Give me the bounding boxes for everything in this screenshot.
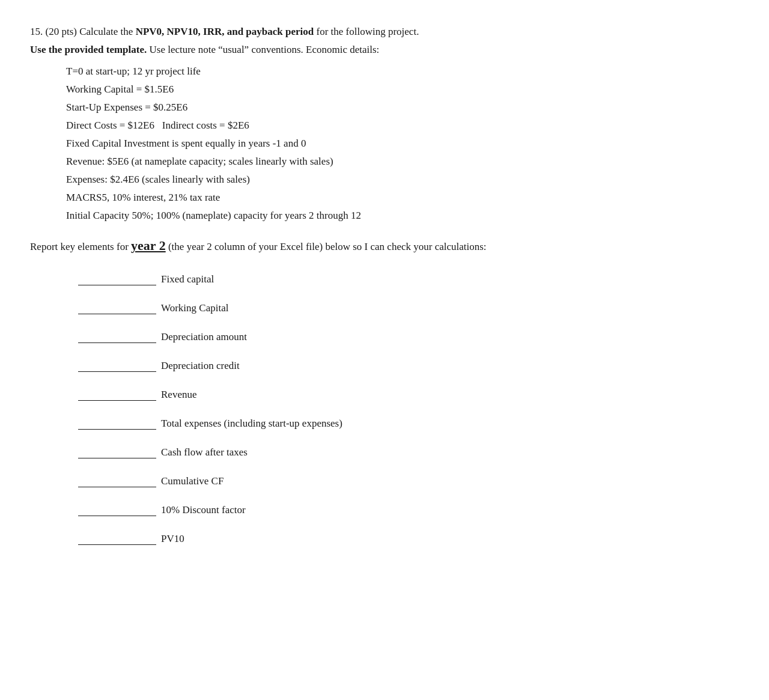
question-line2: Use the provided template. Use lecture n…: [30, 42, 739, 58]
detail-1: Working Capital = $1.5E6: [66, 81, 739, 98]
detail-4: Fixed Capital Investment is spent equall…: [66, 135, 739, 152]
fill-in-label-cumulative-cf: Cumulative CF: [161, 475, 223, 487]
fill-in-item-discount-factor: 10% Discount factor: [78, 504, 739, 516]
detail-8: Initial Capacity 50%; 100% (nameplate) c…: [66, 207, 739, 224]
fill-in-item-revenue: Revenue: [78, 389, 739, 401]
detail-5: Revenue: $5E6 (at nameplate capacity; sc…: [66, 153, 739, 170]
fill-in-label-cash-flow: Cash flow after taxes: [161, 446, 248, 458]
fill-in-line-total-expenses: [78, 418, 156, 430]
fill-in-line-working-capital: [78, 302, 156, 314]
question-number: 15.: [30, 26, 43, 37]
question-container: 15. (20 pts) Calculate the NPV0, NPV10, …: [30, 24, 739, 545]
fill-in-line-fixed-capital: [78, 273, 156, 285]
details-block: T=0 at start-up; 12 yr project life Work…: [66, 63, 739, 224]
year2-label: year 2: [131, 238, 166, 253]
question-template-bold: Use the provided template.: [30, 44, 147, 55]
fill-in-label-discount-factor: 10% Discount factor: [161, 504, 246, 516]
question-line2-rest: Use lecture note “usual” conventions. Ec…: [149, 44, 379, 55]
fill-in-line-pv10: [78, 533, 156, 545]
question-intro2: for the following project.: [316, 26, 419, 37]
detail-0: T=0 at start-up; 12 yr project life: [66, 63, 739, 80]
fill-in-item-pv10: PV10: [78, 533, 739, 545]
fill-in-label-revenue: Revenue: [161, 389, 196, 401]
fill-in-label-total-expenses: Total expenses (including start-up expen…: [161, 418, 342, 430]
fill-in-line-depreciation-credit: [78, 360, 156, 372]
fill-in-label-depreciation-amount: Depreciation amount: [161, 331, 247, 343]
fill-in-line-depreciation-amount: [78, 331, 156, 343]
report-rest: (the year 2 column of your Excel file) b…: [168, 241, 487, 252]
fill-in-line-cumulative-cf: [78, 475, 156, 487]
fill-in-line-cash-flow: [78, 446, 156, 458]
fill-in-item-total-expenses: Total expenses (including start-up expen…: [78, 418, 739, 430]
fill-in-label-fixed-capital: Fixed capital: [161, 273, 214, 285]
report-section: Report key elements for year 2 (the year…: [30, 235, 739, 256]
detail-6: Expenses: $2.4E6 (scales linearly with s…: [66, 171, 739, 188]
fill-in-line-revenue: [78, 389, 156, 401]
fill-in-line-discount-factor: [78, 504, 156, 516]
fill-in-item-depreciation-amount: Depreciation amount: [78, 331, 739, 343]
report-intro: Report key elements for: [30, 241, 129, 252]
question-bold-terms: NPV0, NPV10, IRR, and payback period: [136, 26, 314, 37]
fill-in-label-working-capital: Working Capital: [161, 302, 228, 314]
fill-in-label-depreciation-credit: Depreciation credit: [161, 360, 240, 372]
question-intro: Calculate the: [79, 26, 133, 37]
fill-in-label-pv10: PV10: [161, 533, 184, 545]
question-intro-line1: 15. (20 pts) Calculate the NPV0, NPV10, …: [30, 24, 739, 40]
fill-in-item-depreciation-credit: Depreciation credit: [78, 360, 739, 372]
detail-3: Direct Costs = $12E6 Indirect costs = $2…: [66, 117, 739, 134]
fill-in-item-working-capital: Working Capital: [78, 302, 739, 314]
fill-in-item-fixed-capital: Fixed capital: [78, 273, 739, 285]
fill-in-item-cash-flow: Cash flow after taxes: [78, 446, 739, 458]
question-points: (20 pts): [46, 26, 77, 37]
detail-7: MACRS5, 10% interest, 21% tax rate: [66, 189, 739, 206]
detail-2: Start-Up Expenses = $0.25E6: [66, 99, 739, 116]
question-header: 15. (20 pts) Calculate the NPV0, NPV10, …: [30, 24, 739, 57]
report-paragraph: Report key elements for year 2 (the year…: [30, 235, 739, 256]
fill-in-item-cumulative-cf: Cumulative CF: [78, 475, 739, 487]
fill-in-list: Fixed capital Working Capital Depreciati…: [78, 273, 739, 545]
